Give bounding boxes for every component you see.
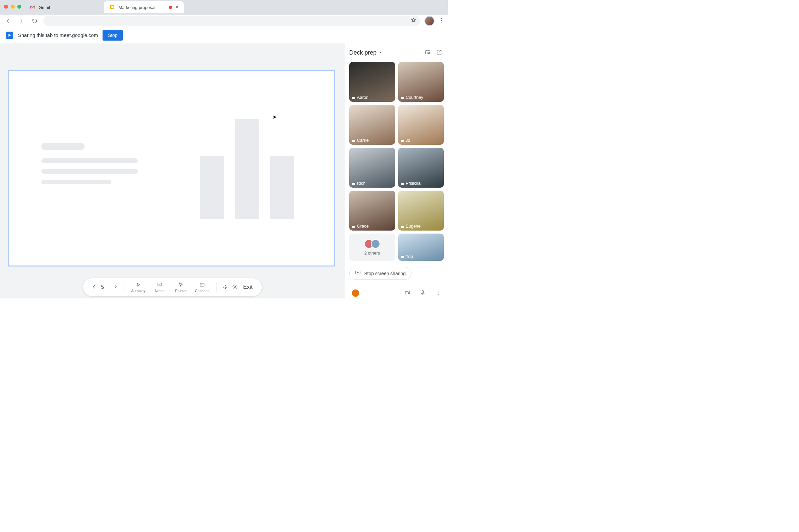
mic-toggle-button[interactable] bbox=[420, 290, 426, 297]
forward-button[interactable] bbox=[17, 16, 26, 26]
audio-bars-icon bbox=[352, 95, 355, 100]
browser-toolbar bbox=[0, 15, 448, 27]
placeholder-bar bbox=[270, 156, 294, 219]
svg-point-15 bbox=[438, 294, 439, 295]
participant-tile[interactable]: Courtney bbox=[398, 62, 444, 102]
slide-frame: ➤ bbox=[9, 71, 334, 266]
participant-tile[interactable]: Grace bbox=[349, 191, 395, 231]
chevron-down-icon bbox=[105, 285, 109, 289]
notes-button[interactable]: Notes bbox=[149, 282, 170, 293]
svg-point-4 bbox=[441, 22, 442, 22]
screen-sharing-banner: Sharing this tab to meet.google.com Stop bbox=[0, 27, 448, 43]
overflow-label: 2 others bbox=[364, 250, 380, 255]
audio-bars-icon bbox=[401, 224, 404, 229]
browser-menu-button[interactable] bbox=[439, 17, 444, 24]
slide-number-dropdown[interactable]: 5 bbox=[99, 284, 111, 290]
bookmark-star-icon[interactable] bbox=[410, 17, 416, 24]
more-options-button[interactable] bbox=[435, 290, 441, 297]
divider bbox=[216, 283, 217, 292]
placeholder-bar bbox=[235, 119, 259, 219]
content-split: ➤ 5 Autoplay bbox=[0, 43, 448, 299]
slides-icon bbox=[109, 4, 115, 11]
next-slide-button[interactable] bbox=[111, 284, 120, 291]
notes-icon bbox=[156, 282, 163, 288]
browser-tab-slides[interactable]: Marketing proposal × bbox=[104, 1, 184, 13]
profile-avatar[interactable] bbox=[425, 16, 434, 26]
placeholder-line bbox=[41, 180, 111, 184]
exit-button[interactable]: Exit bbox=[240, 284, 256, 290]
svg-point-14 bbox=[438, 292, 439, 293]
presentation-area: ➤ 5 Autoplay bbox=[0, 43, 345, 299]
placeholder-line bbox=[41, 169, 138, 174]
divider bbox=[124, 283, 124, 292]
audio-bars-icon bbox=[352, 138, 355, 143]
autoplay-button[interactable]: Autoplay bbox=[128, 282, 149, 293]
window-minimize-button[interactable] bbox=[11, 5, 15, 8]
self-tile[interactable]: You bbox=[398, 233, 444, 261]
participant-tile[interactable]: Prisiclla bbox=[398, 148, 444, 188]
participant-grid: Aaron Courtney Carrie Jo Rich Prisiclla … bbox=[345, 62, 448, 261]
back-button[interactable] bbox=[3, 16, 13, 26]
camera-toggle-button[interactable] bbox=[405, 290, 410, 297]
pop-out-button[interactable] bbox=[434, 49, 444, 56]
pointer-button[interactable]: Pointer bbox=[170, 282, 191, 293]
chevron-down-icon[interactable] bbox=[378, 51, 383, 55]
macos-traffic-lights bbox=[4, 5, 21, 8]
address-bar[interactable] bbox=[43, 16, 421, 26]
stop-share-icon bbox=[355, 270, 361, 277]
slide-content: ➤ bbox=[12, 74, 332, 263]
captions-icon bbox=[199, 282, 205, 288]
svg-rect-6 bbox=[200, 283, 204, 286]
meet-sidebar: Deck prep Aaron Courtney Carrie Jo Rich … bbox=[345, 43, 448, 299]
participant-tile[interactable]: Jo bbox=[398, 105, 444, 145]
audio-bars-icon bbox=[352, 224, 355, 229]
settings-button[interactable] bbox=[230, 284, 240, 291]
svg-rect-5 bbox=[158, 283, 162, 286]
placeholder-line bbox=[41, 158, 138, 163]
svg-point-3 bbox=[441, 20, 442, 21]
overflow-participants-tile[interactable]: 2 others bbox=[349, 233, 395, 261]
participant-tile[interactable]: Rich bbox=[349, 148, 395, 188]
stop-sharing-button[interactable]: Stop bbox=[103, 30, 123, 41]
svg-rect-11 bbox=[405, 291, 408, 294]
overflow-avatars bbox=[364, 239, 380, 249]
svg-rect-1 bbox=[111, 6, 113, 8]
prev-slide-button[interactable] bbox=[89, 284, 99, 291]
picture-in-picture-button[interactable] bbox=[423, 49, 432, 56]
audio-bars-icon bbox=[401, 180, 404, 186]
self-avatar-small[interactable] bbox=[352, 289, 359, 297]
audio-bars-icon bbox=[352, 180, 355, 186]
participant-tile[interactable]: Eugene bbox=[398, 191, 444, 231]
svg-rect-12 bbox=[422, 290, 424, 293]
sharing-banner-text: Sharing this tab to meet.google.com bbox=[18, 32, 98, 38]
svg-point-2 bbox=[441, 18, 442, 19]
tab-label: Gmail bbox=[39, 5, 50, 10]
window-close-button[interactable] bbox=[4, 5, 8, 8]
participant-tile[interactable]: Aaron bbox=[349, 62, 395, 102]
browser-tab-gmail[interactable]: Gmail bbox=[24, 1, 104, 13]
svg-point-7 bbox=[234, 286, 236, 287]
audio-bars-icon bbox=[401, 95, 404, 100]
audio-bars-icon bbox=[401, 138, 404, 143]
tab-label: Marketing proposal bbox=[118, 5, 155, 10]
browser-tabstrip: Gmail Marketing proposal × bbox=[0, 0, 448, 15]
captions-button[interactable]: Captions bbox=[191, 282, 213, 293]
slide-number: 5 bbox=[101, 284, 104, 290]
reload-button[interactable] bbox=[30, 16, 39, 26]
meet-header: Deck prep bbox=[345, 43, 448, 62]
window-zoom-button[interactable] bbox=[17, 5, 21, 8]
recording-indicator-icon bbox=[169, 6, 172, 9]
gmail-icon bbox=[29, 4, 35, 11]
close-icon[interactable]: × bbox=[175, 4, 179, 10]
placeholder-bar bbox=[200, 156, 224, 219]
play-icon bbox=[135, 282, 141, 288]
pointer-icon bbox=[178, 282, 184, 288]
audio-bars-icon bbox=[401, 254, 404, 259]
screen-share-icon bbox=[6, 32, 13, 39]
slides-control-bar: 5 Autoplay Notes Pointer bbox=[82, 278, 262, 297]
svg-rect-9 bbox=[428, 52, 429, 54]
collapse-fullscreen-button[interactable] bbox=[220, 284, 230, 291]
stop-screen-sharing-button[interactable]: Stop screen sharing bbox=[349, 267, 411, 280]
participant-tile[interactable]: Carrie bbox=[349, 105, 395, 145]
mouse-cursor-icon: ➤ bbox=[272, 114, 277, 120]
